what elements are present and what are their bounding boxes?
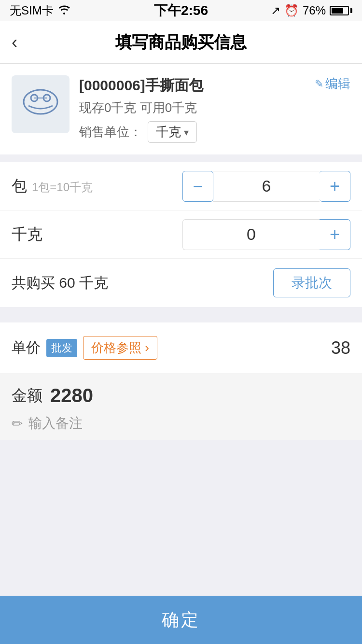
bag-plus-button[interactable]: +: [320, 171, 350, 202]
status-bar-left: 无SIM卡: [10, 3, 71, 18]
unit-label: 销售单位：: [79, 124, 142, 140]
price-ref-button[interactable]: 价格参照 ›: [83, 336, 157, 360]
product-info: [0000006]手撕面包 ✎ 编辑 现存0千克 可用0千克 销售单位： 千克 …: [79, 75, 350, 143]
battery-label: 76%: [303, 4, 326, 17]
empty-space: [0, 440, 362, 585]
kg-input-controls: +: [182, 219, 350, 250]
unit-selector[interactable]: 千克 ▾: [148, 121, 197, 143]
dropdown-arrow-icon: ▾: [184, 126, 189, 138]
bag-sub-label: 1包=10千克: [32, 180, 93, 195]
page-title: 填写商品购买信息: [115, 31, 247, 54]
price-tag-badge: 批发: [46, 339, 77, 357]
carrier-label: 无SIM卡: [10, 3, 54, 18]
bag-input-row: 包 1包=10千克 − +: [0, 162, 362, 210]
kg-label-group: 千克: [12, 224, 137, 245]
kg-label: 千克: [12, 224, 42, 245]
remark-row[interactable]: ✏ 输入备注: [12, 414, 350, 433]
price-row: 单价 批发 价格参照 › 38: [0, 322, 362, 373]
kg-quantity-input[interactable]: [182, 219, 320, 250]
unit-value: 千克: [156, 124, 181, 140]
bag-minus-button[interactable]: −: [182, 171, 213, 202]
summary-section: 共购买 60 千克 录批次: [0, 259, 362, 307]
price-value: 38: [331, 338, 350, 358]
location-icon: ↗: [271, 4, 280, 17]
back-button[interactable]: ‹: [12, 32, 17, 53]
status-bar: 无SIM卡 下午2:56 ↗ ⏰ 76%: [0, 0, 362, 21]
bag-input-controls: − +: [182, 171, 350, 202]
product-logo-icon: [21, 87, 60, 122]
battery-indicator: [330, 6, 352, 15]
unit-price-label: 单价: [12, 338, 41, 358]
status-bar-time: 下午2:56: [154, 1, 208, 20]
pencil-icon: ✏: [12, 416, 23, 432]
status-bar-right: ↗ ⏰ 76%: [271, 4, 352, 17]
product-unit-row: 销售单位： 千克 ▾: [79, 121, 350, 143]
amount-section: 金额 2280 ✏ 输入备注: [0, 373, 362, 440]
nav-bar: ‹ 填写商品购买信息: [0, 21, 362, 64]
svg-point-0: [24, 90, 57, 114]
batch-button[interactable]: 录批次: [273, 268, 350, 297]
divider-1: [0, 154, 362, 162]
kg-input-row: 千克 +: [0, 210, 362, 259]
product-image: [12, 75, 70, 133]
product-stock: 现存0千克 可用0千克: [79, 99, 350, 116]
alarm-icon: ⏰: [284, 4, 299, 17]
bag-quantity-input[interactable]: [213, 171, 320, 202]
edit-product-button[interactable]: ✎ 编辑: [315, 75, 350, 92]
bag-label-group: 包 1包=10千克: [12, 176, 137, 197]
wifi-icon: [57, 4, 71, 17]
remark-placeholder: 输入备注: [28, 414, 83, 433]
product-card: [0000006]手撕面包 ✎ 编辑 现存0千克 可用0千克 销售单位： 千克 …: [0, 64, 362, 154]
input-section: 包 1包=10千克 − + 千克 +: [0, 162, 362, 259]
product-name: [0000006]手撕面包: [79, 75, 203, 96]
amount-value: 2280: [50, 385, 93, 406]
confirm-button[interactable]: 确定: [0, 596, 362, 644]
amount-label: 金额: [12, 385, 42, 406]
summary-text: 共购买 60 千克: [12, 273, 108, 293]
divider-2: [0, 307, 362, 315]
edit-icon: ✎: [315, 78, 323, 90]
amount-row: 金额 2280: [12, 385, 350, 406]
edit-label: 编辑: [325, 75, 350, 92]
price-section: 单价 批发 价格参照 › 38: [0, 322, 362, 373]
bag-label: 包: [12, 176, 27, 197]
kg-plus-button[interactable]: +: [320, 219, 350, 250]
